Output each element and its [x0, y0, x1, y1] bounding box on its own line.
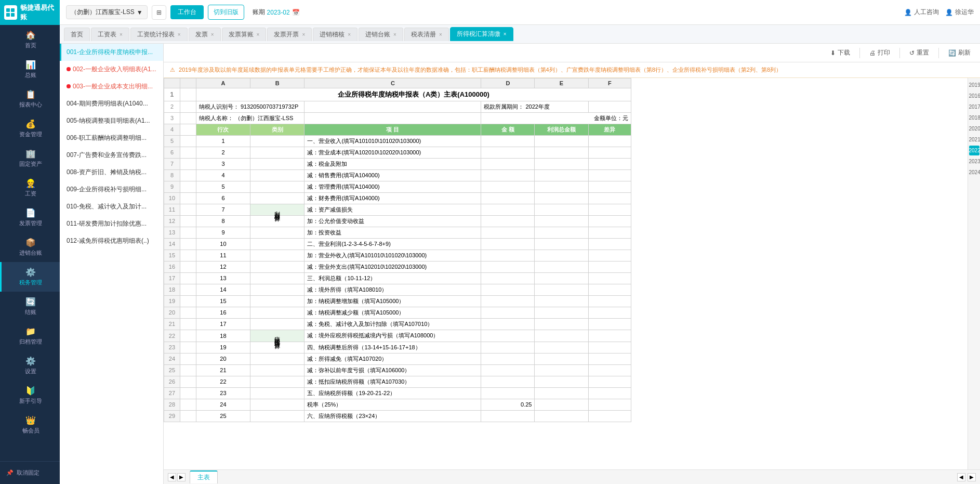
tab-payroll-stat-close[interactable]: × [178, 32, 181, 37]
year-nav-2023[interactable]: 2023 [969, 156, 979, 166]
amount-cell[interactable] [481, 192, 535, 204]
form-list-item-002[interactable]: 002-一般企业收入明细表(A1... [60, 61, 163, 78]
form-list-item-012[interactable]: 012-减免所得税优惠明细表(..) [60, 232, 163, 250]
year-nav-2017[interactable]: 2017 [969, 102, 979, 112]
reset-button[interactable]: ↺ 重置 [906, 47, 932, 59]
profit-cell[interactable] [535, 330, 588, 342]
diff-cell[interactable] [588, 410, 631, 422]
profit-cell[interactable] [535, 399, 588, 410]
amount-cell[interactable] [481, 135, 535, 147]
diff-cell[interactable] [588, 272, 631, 284]
diff-cell[interactable] [588, 169, 631, 181]
profit-cell[interactable] [535, 135, 588, 147]
sheet-scroll-left[interactable]: ◀ [957, 473, 965, 481]
diff-cell[interactable] [588, 284, 631, 295]
period-value[interactable]: 2023-02 [267, 9, 290, 16]
sheet-nav-right[interactable]: ▶ [177, 473, 186, 481]
amount-cell[interactable] [481, 387, 535, 399]
workbench-button[interactable]: 工作台 [170, 5, 204, 19]
amount-cell[interactable] [481, 410, 535, 422]
print-button[interactable]: 🖨 打印 [866, 47, 893, 59]
profit-cell[interactable] [535, 284, 588, 295]
year-nav-2018[interactable]: 2018 [969, 113, 979, 123]
sheet-scroll-right[interactable]: ▶ [968, 473, 976, 481]
sheet-tab-main[interactable]: 主表 [190, 470, 218, 483]
year-nav-2020[interactable]: 2020 [969, 124, 979, 134]
form-list-item-004[interactable]: 004-期间费用明细表(A1040... [60, 95, 163, 112]
diff-cell[interactable] [588, 227, 631, 238]
year-nav-2021[interactable]: 2021 [969, 135, 979, 145]
old-version-button[interactable]: 切到旧版 [208, 5, 244, 20]
diff-cell[interactable] [588, 238, 631, 250]
tab-home[interactable]: 首页 [64, 28, 90, 41]
tab-sales-ledger[interactable]: 进销台账 × [359, 28, 403, 41]
sidebar-item-finance[interactable]: 💰 资金管理 [0, 114, 60, 143]
profit-cell[interactable] [535, 353, 588, 364]
diff-cell[interactable] [588, 387, 631, 399]
profit-cell[interactable] [535, 250, 588, 261]
diff-cell[interactable] [588, 135, 631, 147]
sidebar-item-close[interactable]: 🔄 结账 [0, 292, 60, 321]
tab-sales-ledger-close[interactable]: × [393, 32, 396, 37]
calendar-icon[interactable]: 📅 [292, 9, 300, 16]
year-nav-2024[interactable]: 2024 [969, 167, 979, 177]
tab-payroll[interactable]: 工资表 × [91, 28, 129, 41]
profit-cell[interactable] [535, 215, 588, 227]
profit-cell[interactable] [535, 295, 588, 307]
tab-tax-table-close[interactable]: × [439, 32, 442, 37]
sidebar-item-tax[interactable]: ⚙️ 税务管理 [0, 262, 60, 292]
diff-cell[interactable] [588, 261, 631, 272]
download-button[interactable]: ⬇ 下载 [827, 47, 853, 59]
amount-cell[interactable] [481, 376, 535, 387]
sidebar-item-sales[interactable]: 📦 进销台账 [0, 232, 60, 262]
diff-cell[interactable] [588, 158, 631, 169]
amount-cell[interactable] [481, 284, 535, 295]
diff-cell[interactable] [588, 364, 631, 376]
user-service-button[interactable]: 👤 人工咨询 [904, 8, 939, 17]
sheet-nav-left[interactable]: ◀ [168, 473, 176, 481]
profit-cell[interactable] [535, 342, 588, 353]
sidebar-item-home[interactable]: 🏠 首页 [0, 25, 60, 55]
profit-cell[interactable] [535, 169, 588, 181]
diff-cell[interactable] [588, 147, 631, 158]
sidebar-item-member[interactable]: 👑 畅会员 [0, 410, 60, 440]
profit-cell[interactable] [535, 272, 588, 284]
amount-cell[interactable] [481, 158, 535, 169]
diff-cell[interactable] [588, 295, 631, 307]
amount-cell[interactable] [481, 272, 535, 284]
company-settings-button[interactable]: ⊞ [152, 5, 166, 20]
form-list-item-003[interactable]: 003-一般企业成本支出明细... [60, 78, 163, 95]
diff-cell[interactable] [588, 215, 631, 227]
profit-cell[interactable] [535, 204, 588, 215]
tab-income-tax[interactable]: 所得税汇算清缴 × [450, 27, 513, 41]
refresh-button[interactable]: 🔄 刷新 [945, 47, 974, 59]
user-profile[interactable]: 👤 徐运华 [945, 8, 974, 17]
amount-cell[interactable] [481, 261, 535, 272]
company-selector[interactable]: （勿删）江西服宝-LSS ▼ [66, 5, 148, 19]
amount-cell[interactable] [481, 295, 535, 307]
amount-cell[interactable] [481, 238, 535, 250]
profit-cell[interactable] [535, 181, 588, 192]
amount-cell[interactable] [481, 250, 535, 261]
diff-cell[interactable] [588, 376, 631, 387]
profit-cell[interactable] [535, 387, 588, 399]
profit-cell[interactable] [535, 192, 588, 204]
amount-cell[interactable] [481, 169, 535, 181]
diff-cell[interactable] [588, 318, 631, 330]
sidebar-item-assets[interactable]: 🏢 固定资产 [0, 143, 60, 173]
profit-cell[interactable] [535, 376, 588, 387]
amount-cell[interactable] [481, 307, 535, 318]
amount-cell[interactable] [481, 318, 535, 330]
tab-audit-close[interactable]: × [348, 32, 351, 37]
tab-audit[interactable]: 进销稽核 × [313, 28, 357, 41]
amount-cell[interactable]: 0.25 [481, 399, 535, 410]
profit-cell[interactable] [535, 410, 588, 422]
amount-cell[interactable] [481, 330, 535, 342]
amount-cell[interactable] [481, 342, 535, 353]
form-list-item-006[interactable]: 006-职工薪酬纳税调整明细... [60, 129, 163, 147]
tab-invoice[interactable]: 发票 × [189, 28, 221, 41]
tab-payroll-close[interactable]: × [120, 32, 123, 37]
profit-cell[interactable] [535, 364, 588, 376]
form-list-item-010[interactable]: 010-免税、减计收入及加计... [60, 198, 163, 215]
sidebar-item-guide[interactable]: 🔰 新手引导 [0, 381, 60, 410]
